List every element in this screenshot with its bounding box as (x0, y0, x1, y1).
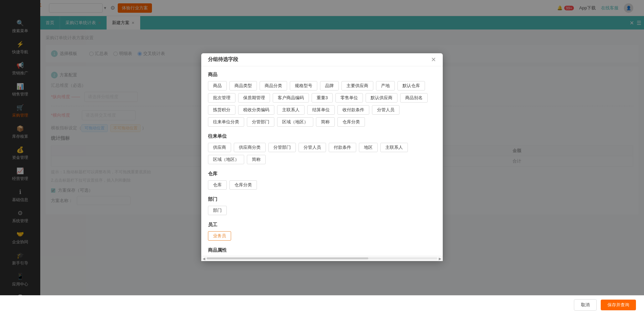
chip-region[interactable]: 区域（地区） (277, 117, 313, 127)
chip-batch-mgmt[interactable]: 批次管理 (208, 93, 235, 103)
chip-product-alias[interactable]: 商品别名 (400, 93, 428, 103)
section-product-title: 商品 (208, 72, 436, 78)
section-product: 商品 商品 商品类型 商品分类 规格型号 品牌 主要供应商 产地 默认仓库 批次… (208, 72, 436, 127)
chip-partner-manager[interactable]: 分管人员 (299, 143, 326, 152)
section-product-attr: 商品属性 属性 颜色 多规格 尺码 鞋码 1 (208, 247, 436, 255)
employee-chips: 业务员 (208, 231, 436, 241)
chip-wh-cat[interactable]: 仓库分类 (229, 180, 257, 190)
partner-chips: 供应商 供应商分类 分管部门 分管人员 付款条件 地区 主联系人 区域（地区） … (208, 143, 436, 164)
chip-pick-points[interactable]: 拣货积分 (208, 105, 235, 115)
hscroll-track (207, 257, 437, 259)
hscroll-thumb (207, 257, 368, 259)
chip-quality-mgmt[interactable]: 保质期管理 (238, 93, 270, 103)
chip-default-supplier[interactable]: 默认供应商 (366, 93, 397, 103)
chip-partner-category[interactable]: 往来单位分类 (208, 117, 244, 127)
warehouse-chips: 仓库 仓库分类 (208, 180, 436, 190)
dialog-body: 商品 商品 商品类型 商品分类 规格型号 品牌 主要供应商 产地 默认仓库 批次… (201, 66, 443, 255)
chip-main-contact[interactable]: 主联系人 (277, 105, 305, 115)
bottom-toolbar: 取消 保存并查询 (0, 295, 644, 314)
chip-payment-terms[interactable]: 收付款条件 (337, 105, 369, 115)
chip-supplier-cat[interactable]: 供应商分类 (234, 143, 266, 152)
chip-dept[interactable]: 分管部门 (247, 117, 274, 127)
chip-partner-region[interactable]: 区域（地区） (208, 155, 244, 164)
chip-origin[interactable]: 产地 (376, 81, 395, 90)
dialog-header: 分组待选字段 ✕ (201, 53, 443, 67)
chip-spec-model[interactable]: 规格型号 (290, 81, 317, 90)
chip-partner-dept[interactable]: 分管部门 (268, 143, 296, 152)
dialog-title: 分组待选字段 (208, 56, 238, 63)
section-partner-title: 往来单位 (208, 133, 436, 139)
chip-product-type[interactable]: 商品类型 (229, 81, 257, 90)
section-partner: 往来单位 供应商 供应商分类 分管部门 分管人员 付款条件 地区 主联系人 区域… (208, 133, 436, 164)
section-warehouse-title: 仓库 (208, 171, 436, 177)
chip-partner-contact[interactable]: 主联系人 (380, 143, 408, 152)
dialog-hscrollbar[interactable]: ◂ ▸ (201, 256, 443, 261)
chip-pay-terms[interactable]: 付款条件 (329, 143, 356, 152)
section-department: 部门 部门 (208, 196, 436, 215)
chip-department[interactable]: 部门 (208, 206, 227, 215)
section-warehouse: 仓库 仓库 仓库分类 (208, 171, 436, 190)
chip-partner-short[interactable]: 简称 (247, 155, 266, 164)
dialog-close-button[interactable]: ✕ (431, 57, 436, 63)
chip-default-warehouse[interactable]: 默认仓库 (397, 81, 425, 90)
section-employee: 员工 业务员 (208, 222, 436, 241)
chip-weight[interactable]: 重量3 (312, 93, 333, 103)
section-product-attr-title: 商品属性 (208, 247, 436, 253)
chip-wh[interactable]: 仓库 (208, 180, 227, 190)
chip-short-name[interactable]: 简称 (316, 117, 335, 127)
department-chips: 部门 (208, 206, 436, 215)
chip-manager[interactable]: 分管人员 (372, 105, 399, 115)
chip-retail-unit[interactable]: 零售单位 (335, 93, 363, 103)
section-department-title: 部门 (208, 196, 436, 202)
cancel-button[interactable]: 取消 (574, 299, 597, 311)
chip-employee[interactable]: 业务员 (208, 231, 231, 241)
chip-tax-code[interactable]: 税收分类编码 (238, 105, 274, 115)
chip-supplier[interactable]: 供应商 (208, 143, 231, 152)
chip-product-category[interactable]: 商品分类 (260, 81, 287, 90)
chip-warehouse-cat[interactable]: 仓库分类 (337, 117, 365, 127)
product-chips: 商品 商品类型 商品分类 规格型号 品牌 主要供应商 产地 默认仓库 批次管理 … (208, 81, 436, 127)
chip-main-supplier[interactable]: 主要供应商 (341, 81, 373, 90)
field-select-dialog: 分组待选字段 ✕ 商品 商品 商品类型 商品分类 规格型号 品牌 主要供应商 产… (201, 53, 443, 261)
section-employee-title: 员工 (208, 222, 436, 228)
chip-brand[interactable]: 品牌 (320, 81, 339, 90)
chip-district[interactable]: 地区 (359, 143, 378, 152)
chip-product[interactable]: 商品 (208, 81, 227, 90)
save-query-button[interactable]: 保存并查询 (601, 300, 636, 310)
chip-settlement-unit[interactable]: 结算单位 (307, 105, 335, 115)
hscroll-left-arrow[interactable]: ◂ (203, 255, 205, 262)
chip-customer-code[interactable]: 客户商品编码 (273, 93, 309, 103)
hscroll-right-arrow[interactable]: ▸ (439, 255, 441, 262)
